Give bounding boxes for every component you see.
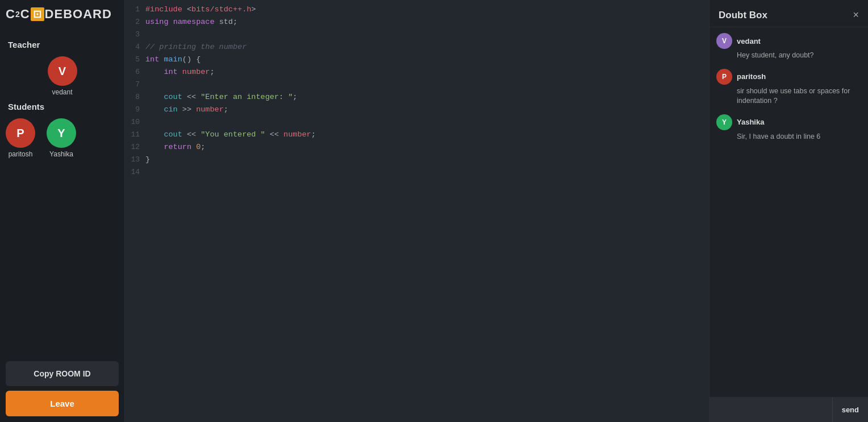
doubt-message-paritosh: P paritosh sir should we use tabs or spa… — [716, 69, 861, 106]
code-line-8: 8 cout << "Enter an integer: "; — [125, 92, 709, 105]
doubt-box-header: Doubt Box × — [710, 0, 868, 27]
sidebar-content: Teacher V vedant Students P paritosh Y Y… — [0, 28, 124, 355]
doubt-input-field[interactable] — [710, 398, 832, 422]
leave-button[interactable]: Leave — [6, 391, 119, 416]
doubt-msg-header-yashika: Y Yashika — [716, 114, 861, 130]
code-line-9: 9 cin >> number; — [125, 105, 709, 117]
logo-c: C — [6, 7, 15, 22]
student-item-paritosh: P paritosh — [6, 118, 35, 158]
doubt-text-paritosh: sir should we use tabs or spaces for ind… — [716, 86, 861, 106]
doubt-username-paritosh: paritosh — [737, 72, 766, 81]
student-avatar-yashika: Y — [47, 118, 76, 148]
code-line-10: 10 — [125, 117, 709, 130]
sidebar: C2 C ⊡ DEBOARD Teacher V vedant Students… — [0, 0, 125, 422]
doubt-messages-list: V vedant Hey student, any doubt? P parit… — [710, 27, 868, 397]
code-line-5: 5 int main() { — [125, 55, 709, 67]
student-name-paritosh: paritosh — [9, 150, 33, 158]
teacher-avatar-row: V vedant — [6, 56, 119, 96]
code-line-3: 3 — [125, 30, 709, 42]
doubt-send-button[interactable]: send — [832, 398, 868, 422]
doubt-avatar-paritosh: P — [716, 69, 732, 85]
student-item-yashika: Y Yashika — [47, 118, 76, 158]
code-line-13: 13 } — [125, 155, 709, 167]
doubt-username-vedant: vedant — [737, 37, 761, 45]
doubt-input-area: send — [710, 397, 868, 422]
students-section-title: Students — [8, 102, 119, 111]
student-name-yashika: Yashika — [49, 150, 73, 158]
code-line-6: 6 int number; — [125, 67, 709, 80]
teacher-section-title: Teacher — [8, 40, 119, 49]
code-line-1: 1 #include <bits/stdc++.h> — [125, 5, 709, 17]
doubt-text-yashika: Sir, I have a doubt in line 6 — [716, 132, 861, 142]
doubt-username-yashika: Yashika — [737, 118, 764, 126]
doubt-text-vedant: Hey student, any doubt? — [716, 51, 861, 61]
logo-area: C2 C ⊡ DEBOARD — [0, 0, 124, 28]
copy-room-id-button[interactable]: Copy ROOM ID — [6, 361, 119, 386]
doubt-avatar-vedant: V — [716, 33, 732, 49]
code-line-2: 2 using namespace std; — [125, 17, 709, 30]
code-line-4: 4 // printing the number — [125, 42, 709, 55]
doubt-msg-header-paritosh: P paritosh — [716, 69, 861, 85]
code-line-11: 11 cout << "You entered " << number; — [125, 130, 709, 142]
students-row: P paritosh Y Yashika — [6, 118, 119, 158]
doubt-message-yashika: Y Yashika Sir, I have a doubt in line 6 — [716, 114, 861, 142]
code-line-12: 12 return 0; — [125, 142, 709, 155]
teacher-avatar: V — [48, 56, 77, 86]
code-editor[interactable]: 1 #include <bits/stdc++.h> 2 using names… — [125, 0, 709, 422]
code-line-7: 7 — [125, 80, 709, 92]
doubt-box-close-button[interactable]: × — [853, 9, 859, 21]
teacher-name: vedant — [52, 88, 72, 96]
doubt-msg-header-vedant: V vedant — [716, 33, 861, 49]
doubt-box: Doubt Box × V vedant Hey student, any do… — [709, 0, 868, 422]
doubt-avatar-yashika: Y — [716, 114, 732, 130]
app-logo: C2 C ⊡ DEBOARD — [6, 7, 119, 22]
sidebar-bottom: Copy ROOM ID Leave — [0, 355, 124, 422]
doubt-message-vedant: V vedant Hey student, any doubt? — [716, 33, 861, 61]
student-avatar-paritosh: P — [6, 118, 35, 148]
doubt-box-title: Doubt Box — [719, 10, 767, 21]
code-line-14: 14 — [125, 167, 709, 180]
